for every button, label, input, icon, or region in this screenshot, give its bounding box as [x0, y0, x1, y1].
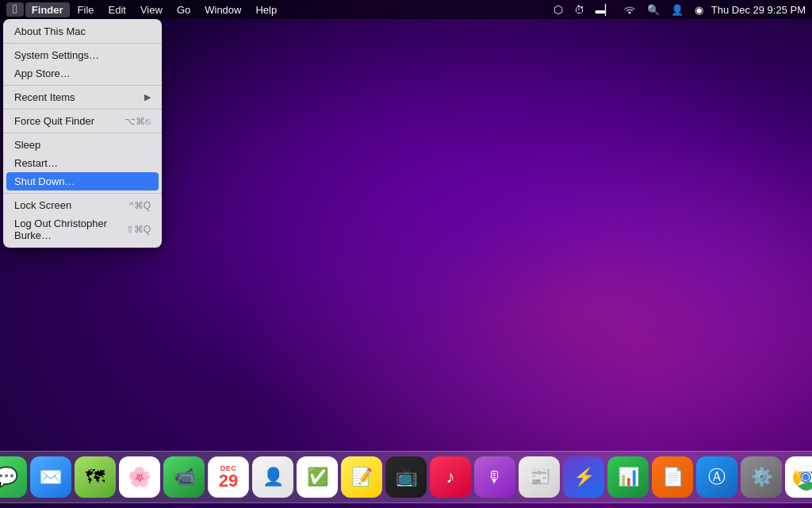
menu-item-system-settings[interactable]: System Settings… [3, 46, 162, 64]
menu-item-recent-items[interactable]: Recent Items ▶ [3, 88, 162, 106]
dock-icon-notes[interactable]: 📝 [341, 456, 382, 498]
menu-item-about[interactable]: About This Mac [3, 22, 162, 40]
desktop:  Finder File Edit View Go Window Help ⬡… [0, 0, 812, 508]
dock-icon-appstore[interactable]: Ⓐ [696, 456, 737, 498]
dock-icon-chrome[interactable] [785, 456, 812, 498]
menu-separator-1 [3, 43, 162, 44]
dock-icon-facetime[interactable]: 📹 [163, 456, 205, 498]
search-icon[interactable]: 🔍 [644, 2, 663, 17]
dock-icon-music[interactable]: ♪ [430, 456, 471, 498]
dock: ⊞ 🧭 💬 ✉️ 🗺 🌸 📹 [0, 451, 812, 503]
menubar-file[interactable]: File [71, 2, 101, 17]
dock-icon-reminders[interactable]: ✅ [297, 456, 338, 498]
menu-item-app-store[interactable]: App Store… [3, 64, 162, 83]
force-quit-shortcut: ⌥⌘⎋ [124, 116, 151, 127]
battery-icon[interactable]: ▬▏ [592, 2, 615, 17]
svg-point-8 [802, 474, 809, 480]
menu-item-sleep[interactable]: Sleep [3, 136, 162, 154]
menubar-finder[interactable]: Finder [25, 2, 70, 17]
menu-separator-4 [3, 133, 162, 133]
dock-icon-calendar[interactable]: DEC 29 [208, 456, 249, 498]
dock-container: ⊞ 🧭 💬 ✉️ 🗺 🌸 📹 [0, 451, 812, 503]
wifi-icon[interactable] [620, 2, 639, 17]
menubar-help[interactable]: Help [249, 2, 283, 17]
dock-icon-system-preferences[interactable]: ⚙️ [741, 456, 782, 498]
menu-item-force-quit[interactable]: Force Quit Finder ⌥⌘⎋ [3, 112, 162, 130]
menu-separator-5 [3, 193, 162, 194]
menu-separator-2 [3, 85, 162, 86]
menubar-left:  Finder File Edit View Go Window Help [6, 2, 283, 17]
siri-icon[interactable]: ◉ [691, 2, 707, 17]
lock-screen-shortcut: ^⌘Q [129, 200, 151, 211]
clock-icon[interactable]: ⏱ [571, 2, 588, 17]
menu-item-shutdown[interactable]: Shut Down… [6, 172, 159, 190]
menu-separator-3 [3, 109, 162, 110]
menubar-datetime: Thu Dec 29 9:25 PM [711, 4, 806, 16]
menubar-edit[interactable]: Edit [102, 2, 132, 17]
menubar-go[interactable]: Go [170, 2, 197, 17]
dock-icon-photos[interactable]: 🌸 [119, 456, 160, 498]
dock-icon-mail[interactable]: ✉️ [30, 456, 71, 498]
contacts-icon[interactable]: 👤 [668, 2, 687, 17]
logout-shortcut: ⇧⌘Q [126, 224, 151, 235]
menu-item-lock-screen[interactable]: Lock Screen ^⌘Q [3, 196, 162, 214]
menubar:  Finder File Edit View Go Window Help ⬡… [0, 0, 812, 19]
menubar-view[interactable]: View [134, 2, 169, 17]
dock-icon-appletv[interactable]: 📺 [385, 456, 427, 498]
dock-icon-news[interactable]: 📰 [519, 456, 560, 498]
dock-icon-maps[interactable]: 🗺 [75, 456, 116, 498]
dock-icon-pages[interactable]: 📄 [652, 456, 693, 498]
dock-icon-numbers[interactable]: 📊 [607, 456, 649, 498]
apple-menu: About This Mac System Settings… App Stor… [3, 19, 162, 248]
recent-items-arrow: ▶ [144, 92, 151, 102]
dock-icon-shortcuts[interactable]: ⚡ [563, 456, 604, 498]
menubar-right: ⬡ ⏱ ▬▏ 🔍 👤 ◉ Thu Dec 29 9:25 PM [550, 2, 806, 17]
dock-icon-podcasts[interactable]: 🎙 [474, 456, 515, 498]
dock-icon-messages[interactable]: 💬 [0, 456, 27, 498]
menu-item-restart[interactable]: Restart… [3, 154, 162, 172]
cast-icon[interactable]: ⬡ [550, 2, 566, 17]
dock-icon-contacts[interactable]: 👤 [252, 456, 293, 498]
menubar-window[interactable]: Window [198, 2, 247, 17]
calendar-date: 29 [219, 472, 238, 490]
apple-menu-button[interactable]:  [6, 2, 24, 17]
menu-item-logout[interactable]: Log Out Christopher Burke… ⇧⌘Q [3, 214, 162, 244]
